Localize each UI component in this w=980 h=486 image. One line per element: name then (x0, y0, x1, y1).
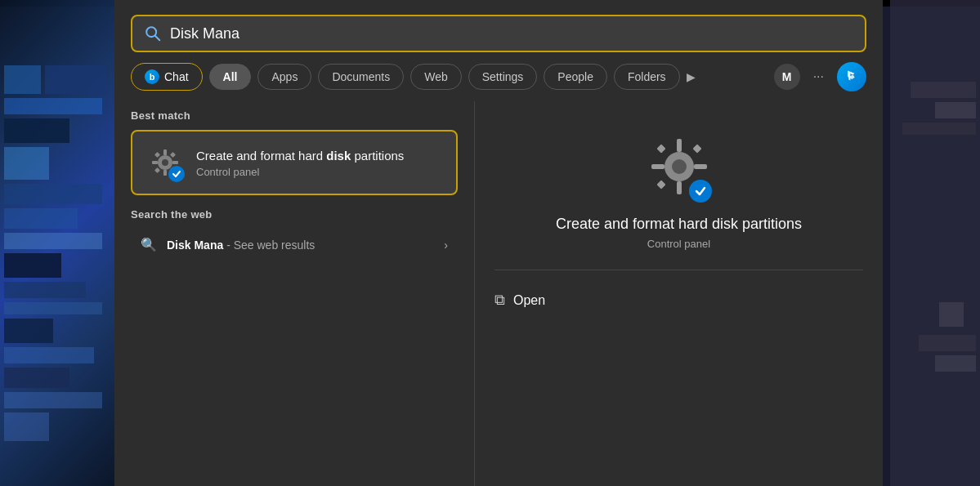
check-icon (172, 169, 181, 179)
web-suffix: - See web results (226, 239, 315, 252)
svg-rect-9 (154, 167, 160, 173)
result-text: Create and format hard disk partitions C… (196, 147, 443, 178)
svg-rect-14 (694, 164, 707, 169)
search-input-wrapper[interactable]: Disk Mana (131, 15, 866, 52)
svg-point-2 (162, 159, 168, 166)
tab-web-label: Web (424, 70, 448, 83)
tab-documents-label: Documents (332, 70, 390, 83)
open-button[interactable]: ⧉ Open (494, 285, 545, 315)
play-icon: ▶ (687, 70, 696, 83)
svg-rect-13 (651, 164, 665, 169)
search-icon (144, 25, 162, 42)
svg-rect-17 (656, 180, 665, 189)
best-match-title: Best match (131, 109, 458, 122)
detail-title: Create and format hard disk partitions (556, 216, 802, 233)
bing-search-button[interactable] (837, 62, 866, 91)
chevron-right-icon: › (444, 239, 448, 252)
result-subtitle: Control panel (196, 166, 443, 178)
svg-rect-8 (170, 152, 176, 158)
svg-rect-6 (172, 161, 178, 164)
web-search-item[interactable]: 🔍 Disk Mana - See web results › (131, 229, 458, 261)
ellipsis-icon: ··· (813, 69, 824, 83)
open-icon: ⧉ (494, 292, 505, 309)
divider (494, 270, 863, 270)
svg-rect-16 (692, 144, 701, 153)
svg-rect-5 (152, 161, 158, 164)
best-match-item[interactable]: Create and format hard disk partitions C… (131, 130, 458, 195)
detail-icon-area (647, 134, 712, 203)
svg-point-10 (672, 159, 687, 174)
tab-chat[interactable]: b Chat (131, 63, 203, 91)
svg-rect-3 (163, 149, 167, 155)
svg-rect-4 (163, 170, 167, 176)
content-area: Best match (114, 101, 883, 486)
open-label: Open (513, 293, 545, 308)
tab-all[interactable]: All (209, 64, 252, 90)
detail-check-icon (694, 185, 707, 198)
svg-line-1 (155, 36, 160, 41)
web-search-title: Search the web (131, 208, 458, 221)
svg-rect-7 (154, 152, 160, 158)
left-panel: Best match (114, 101, 474, 486)
tab-settings-label: Settings (482, 70, 524, 83)
tab-folders[interactable]: Folders (614, 64, 680, 90)
result-icon (145, 143, 185, 182)
search-panel: Disk Mana b Chat All Apps Documents Web … (114, 0, 883, 486)
tab-all-label: All (223, 70, 238, 83)
web-query: Disk Mana (167, 239, 223, 252)
user-avatar[interactable]: M (774, 64, 800, 90)
tab-chat-label: Chat (164, 70, 189, 83)
user-initial: M (782, 70, 792, 83)
bing-icon: b (145, 69, 159, 84)
search-bar-area: Disk Mana (114, 0, 883, 62)
tab-documents[interactable]: Documents (318, 64, 404, 90)
search-input[interactable]: Disk Mana (170, 25, 853, 42)
filter-tabs: b Chat All Apps Documents Web Settings P… (114, 62, 883, 101)
svg-rect-15 (656, 144, 665, 153)
tab-folders-label: Folders (628, 70, 666, 83)
tab-people-label: People (557, 70, 593, 83)
result-title: Create and format hard disk partitions (196, 147, 443, 164)
tab-web[interactable]: Web (410, 64, 462, 90)
svg-rect-12 (677, 181, 682, 194)
more-results-button[interactable]: ▶ (687, 70, 696, 83)
tab-settings[interactable]: Settings (468, 64, 538, 90)
web-search-text: Disk Mana - See web results (167, 239, 315, 252)
tab-apps-label: Apps (271, 70, 298, 83)
detail-subtitle: Control panel (647, 238, 710, 250)
right-panel: Create and format hard disk partitions C… (474, 101, 883, 486)
bing-logo-icon (844, 69, 860, 85)
tab-apps[interactable]: Apps (257, 64, 311, 90)
web-search-icon: 🔍 (141, 237, 157, 252)
more-options-button[interactable]: ··· (807, 66, 830, 87)
svg-rect-11 (677, 139, 682, 152)
tab-people[interactable]: People (544, 64, 607, 90)
